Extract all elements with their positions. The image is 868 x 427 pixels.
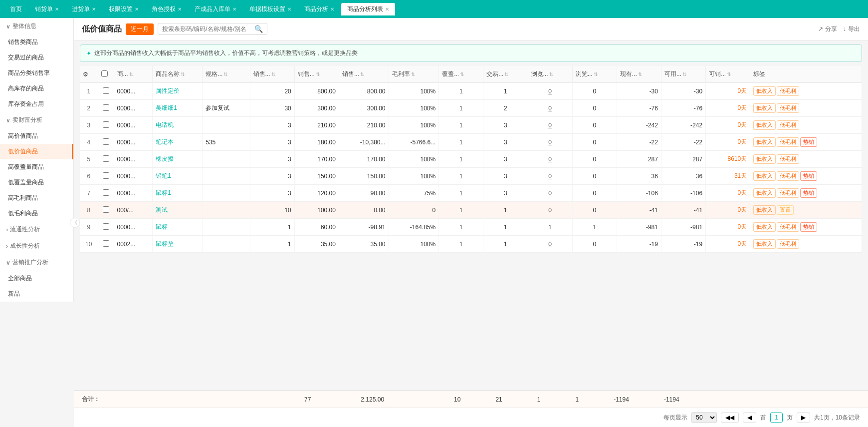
nav-tab-analysis-close[interactable]: ✕ bbox=[330, 6, 334, 12]
sidebar-group-growth[interactable]: › 成长性分析 bbox=[0, 238, 73, 254]
row-name[interactable]: 鼠标 bbox=[153, 219, 203, 236]
sidebar-item-high-coverage[interactable]: 高覆盖量商品 bbox=[0, 159, 73, 175]
row-view1[interactable]: 0 bbox=[528, 134, 572, 151]
row-view1[interactable]: 0 bbox=[528, 100, 572, 117]
nav-tab-stock-in-close[interactable]: ✕ bbox=[232, 6, 236, 12]
row-name[interactable]: 电话机 bbox=[153, 117, 203, 134]
row-index: 7 bbox=[80, 185, 98, 202]
row-checkbox[interactable] bbox=[103, 138, 109, 145]
nav-tab-sales[interactable]: 销货单 ✕ bbox=[29, 3, 65, 15]
search-input[interactable] bbox=[162, 25, 251, 32]
row-checkbox[interactable] bbox=[103, 206, 109, 213]
row-col3: 800.00 bbox=[339, 83, 389, 100]
gear-icon[interactable]: ⚙ bbox=[83, 71, 88, 78]
nav-tab-purchase[interactable]: 进货单 ✕ bbox=[66, 3, 102, 15]
sidebar-item-high-value[interactable]: 高价值商品 bbox=[0, 128, 73, 144]
nav-tab-permission-close[interactable]: ✕ bbox=[135, 6, 139, 12]
row-name[interactable]: 测试 bbox=[153, 202, 203, 219]
sidebar-group-marketing[interactable]: ∨ 营销推广分析 bbox=[0, 254, 73, 271]
nav-tab-role[interactable]: 角色授权 ✕ bbox=[146, 3, 188, 15]
row-coverage: 1 bbox=[439, 134, 483, 151]
row-checkbox[interactable] bbox=[103, 240, 109, 247]
sidebar-item-stock-capital[interactable]: 库存资金占用 bbox=[0, 96, 73, 112]
next-page-button[interactable]: ▶ bbox=[797, 413, 810, 423]
row-name[interactable]: 笔记本 bbox=[153, 134, 203, 151]
nav-tab-template-close[interactable]: ✕ bbox=[287, 6, 291, 12]
nav-tab-analysis-list-close[interactable]: ✕ bbox=[385, 6, 389, 12]
sidebar-item-low-coverage[interactable]: 低覆盖量商品 bbox=[0, 175, 73, 190]
search-icon[interactable]: 🔍 bbox=[254, 25, 263, 33]
row-view1[interactable]: 0 bbox=[528, 236, 572, 253]
sidebar-collapse-btn[interactable]: 《 bbox=[70, 218, 80, 228]
row-checkbox[interactable] bbox=[103, 155, 109, 162]
row-name[interactable]: 铅笔1 bbox=[153, 168, 203, 185]
sidebar-group-wealth[interactable]: ∨ 卖财富分析 bbox=[0, 112, 73, 128]
row-index: 8 bbox=[80, 202, 98, 219]
row-view1[interactable]: 0 bbox=[528, 83, 572, 100]
row-code: 0000... bbox=[114, 219, 153, 236]
first-page-button[interactable]: ◀◀ bbox=[721, 413, 739, 423]
row-col3: 90.00 bbox=[339, 185, 389, 202]
row-name[interactable]: 橡皮擦 bbox=[153, 151, 203, 168]
sidebar-item-low-value[interactable]: 低价值商品 bbox=[0, 144, 73, 159]
row-coverage: 1 bbox=[439, 168, 483, 185]
th-coverage: 覆盖...⇅ bbox=[439, 66, 483, 83]
sidebar-item-new-products[interactable]: 新品 bbox=[0, 286, 73, 302]
row-name[interactable]: 鼠标垫 bbox=[153, 236, 203, 253]
row-name[interactable]: 吴细细1 bbox=[153, 100, 203, 117]
row-view1[interactable]: 0 bbox=[528, 202, 572, 219]
row-trade: 1 bbox=[483, 202, 528, 219]
row-view1[interactable]: 0 bbox=[528, 151, 572, 168]
nav-tab-template[interactable]: 单据模板设置 ✕ bbox=[243, 3, 297, 15]
sidebar-item-traded[interactable]: 交易过的商品 bbox=[0, 50, 73, 65]
sidebar-item-all-products[interactable]: 全部商品 bbox=[0, 271, 73, 286]
sidebar-item-high-stock[interactable]: 高库存的商品 bbox=[0, 81, 73, 96]
row-spec bbox=[203, 83, 250, 100]
row-view1[interactable]: 0 bbox=[528, 117, 572, 134]
select-all-checkbox[interactable] bbox=[101, 70, 108, 77]
row-checkbox[interactable] bbox=[103, 172, 109, 179]
nav-tab-stock-in[interactable]: 产成品入库单 ✕ bbox=[189, 3, 242, 15]
row-checkbox[interactable] bbox=[103, 87, 109, 94]
sidebar-group-overall[interactable]: ∨ 整体信息 bbox=[0, 18, 73, 34]
nav-tab-analysis[interactable]: 商品分析 ✕ bbox=[298, 3, 340, 15]
export-button[interactable]: ↓ 导出 bbox=[843, 25, 860, 33]
sidebar-item-high-profit[interactable]: 高毛利商品 bbox=[0, 190, 73, 206]
time-filter-button[interactable]: 近一月 bbox=[126, 23, 154, 35]
row-trade: 3 bbox=[483, 168, 528, 185]
nav-tab-purchase-close[interactable]: ✕ bbox=[92, 6, 96, 12]
page-label-first: 首 bbox=[760, 414, 766, 422]
prev-page-button[interactable]: ◀ bbox=[743, 413, 756, 423]
row-current-stock: -22 bbox=[617, 134, 661, 151]
row-trade: 1 bbox=[483, 236, 528, 253]
sort-icon-name: ⇅ bbox=[181, 71, 185, 77]
sidebar-group-flow[interactable]: › 流通性分析 bbox=[0, 221, 73, 238]
nav-tab-role-close[interactable]: ✕ bbox=[178, 6, 182, 12]
nav-tab-sales-close[interactable]: ✕ bbox=[55, 6, 59, 12]
product-tag: 低毛利 bbox=[777, 154, 799, 164]
nav-tab-home[interactable]: 首页 bbox=[4, 3, 28, 15]
nav-tab-permission[interactable]: 权限设置 ✕ bbox=[103, 3, 145, 15]
sidebar-item-low-profit[interactable]: 低毛利商品 bbox=[0, 206, 73, 221]
row-view1[interactable]: 0 bbox=[528, 168, 572, 185]
th-gear[interactable]: ⚙ bbox=[80, 66, 98, 83]
row-checkbox[interactable] bbox=[103, 189, 109, 196]
footer-col10: -1194 bbox=[664, 396, 679, 403]
row-checkbox[interactable] bbox=[103, 121, 109, 128]
per-page-select[interactable]: 50 100 200 bbox=[691, 412, 717, 423]
row-name[interactable]: 属性定价 bbox=[153, 83, 203, 100]
row-view1[interactable]: 0 bbox=[528, 185, 572, 202]
share-button[interactable]: ↗ 分享 bbox=[818, 25, 837, 33]
row-view1[interactable]: 1 bbox=[528, 219, 572, 236]
row-profit-rate: 100% bbox=[389, 83, 439, 100]
sidebar-item-category-rate[interactable]: 商品分类销售率 bbox=[0, 65, 73, 81]
row-checkbox[interactable] bbox=[103, 223, 109, 230]
row-name[interactable]: 鼠标1 bbox=[153, 185, 203, 202]
row-col3: 170.00 bbox=[339, 151, 389, 168]
nav-tab-analysis-list[interactable]: 商品分析列表 ✕ bbox=[341, 3, 395, 15]
th-code: 商...⇅ bbox=[114, 66, 153, 83]
sort-icon-view2: ⇅ bbox=[594, 71, 598, 77]
row-tags-cell: 低收入低毛利 bbox=[750, 151, 862, 168]
row-checkbox[interactable] bbox=[103, 104, 109, 111]
sidebar-item-sales-products[interactable]: 销售类商品 bbox=[0, 34, 73, 50]
